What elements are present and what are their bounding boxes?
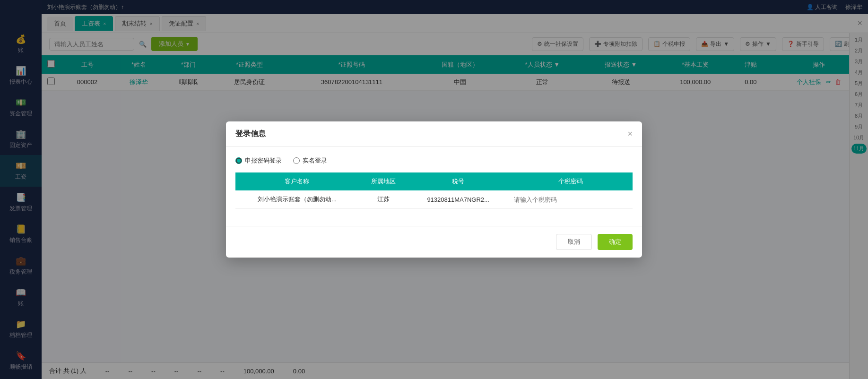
dialog-col-region: 所属地区	[359, 172, 408, 190]
cancel-button[interactable]: 取消	[556, 234, 592, 250]
dialog-close-btn[interactable]: ×	[627, 129, 633, 139]
password-field[interactable]	[514, 196, 627, 203]
dialog-col-password: 个税密码	[508, 172, 633, 190]
client-table: 客户名称 所属地区 税号 个税密码 刘小艳演示账套（勿删勿动... 江苏 913…	[235, 172, 633, 209]
client-row: 刘小艳演示账套（勿删勿动... 江苏 91320811MA7NGR2...	[235, 190, 633, 209]
dialog-header: 登录信息 ×	[226, 121, 642, 147]
login-dialog: 登录信息 × 申报密码登录 实名登录 客户名称 所属地区	[226, 121, 642, 258]
dialog-body: 申报密码登录 实名登录 客户名称 所属地区 税号 个税密码	[226, 147, 642, 218]
client-taxno: 91320811MA7NGR2...	[408, 190, 509, 209]
dialog-col-name: 客户名称	[235, 172, 359, 190]
client-region: 江苏	[359, 190, 408, 209]
login-method-group: 申报密码登录 实名登录	[235, 156, 633, 165]
client-password-input[interactable]	[508, 190, 633, 209]
radio-realname-input[interactable]	[293, 157, 300, 164]
dialog-col-taxno: 税号	[408, 172, 509, 190]
confirm-button[interactable]: 确定	[598, 234, 633, 250]
client-name: 刘小艳演示账套（勿删勿动...	[235, 190, 359, 209]
dialog-overlay: 登录信息 × 申报密码登录 实名登录 客户名称 所属地区	[0, 0, 868, 379]
dialog-title: 登录信息	[235, 129, 266, 139]
dialog-footer: 取消 确定	[226, 226, 642, 258]
radio-realname-login[interactable]: 实名登录	[293, 156, 327, 165]
radio-password-login[interactable]: 申报密码登录	[235, 156, 282, 165]
radio-password-input[interactable]	[235, 157, 242, 164]
